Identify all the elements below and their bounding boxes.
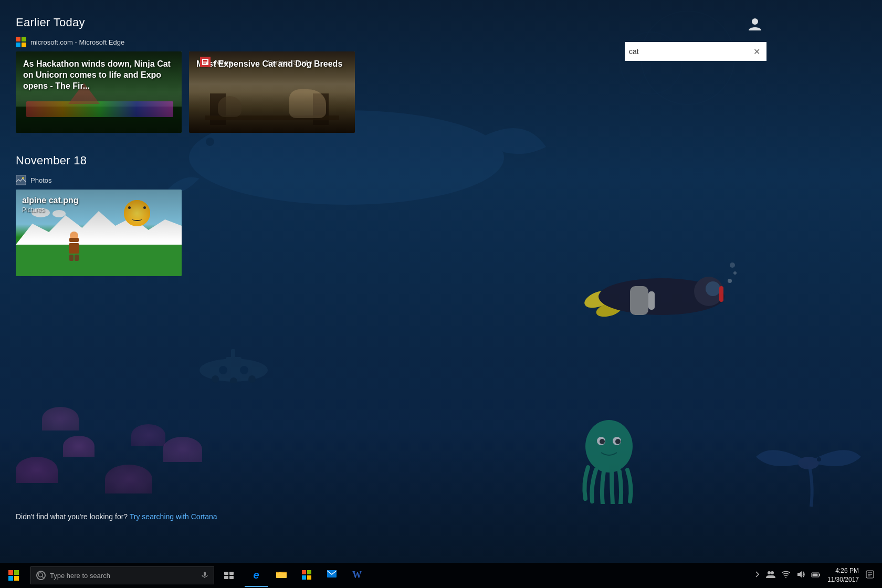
tray-sound-icon[interactable]: [795, 570, 806, 581]
mail-icon: [327, 570, 337, 581]
edge-icon: e: [253, 569, 259, 581]
edge-source-row: microsoft.com - Microsoft Edge: [16, 37, 373, 47]
microphone-icon[interactable]: [201, 571, 208, 580]
cortana-search-link[interactable]: Try searching with Cortana: [130, 512, 217, 521]
clock-time: 4:26 PM: [835, 566, 859, 575]
svg-rect-39: [224, 572, 228, 575]
timeline-panel: Earlier Today microsoft.com - Microsoft …: [0, 0, 388, 563]
svg-rect-42: [229, 576, 234, 579]
edge-source-label: microsoft.com - Microsoft Edge: [30, 38, 124, 46]
svg-point-25: [615, 439, 621, 444]
svg-point-26: [798, 457, 819, 469]
deco-circle-3: [635, 42, 766, 173]
word-icon: W: [352, 570, 362, 581]
clock-date: 11/30/2017: [827, 575, 859, 584]
svg-point-11: [733, 271, 737, 275]
taskbar-app-edge[interactable]: e: [245, 564, 268, 587]
svg-point-6: [706, 281, 720, 296]
photos-source-row: Photos: [16, 175, 373, 185]
system-clock[interactable]: 4:26 PM 11/30/2017: [825, 566, 861, 584]
svg-point-28: [752, 18, 758, 25]
system-tray: 4:26 PM 11/30/2017: [753, 566, 882, 584]
svg-rect-49: [812, 574, 817, 576]
octopus-illustration: [572, 415, 646, 504]
tray-notification-icon[interactable]: [864, 570, 876, 581]
microsoft-logo-icon: [16, 37, 26, 47]
svg-rect-33: [203, 61, 207, 62]
svg-rect-7: [630, 286, 648, 315]
store-icon: [302, 570, 311, 580]
svg-rect-8: [648, 291, 655, 310]
photo-overlay: alpine cat.png Pictures: [16, 190, 182, 276]
search-box-top[interactable]: ✕: [625, 42, 766, 61]
svg-point-10: [728, 279, 732, 283]
svg-rect-37: [204, 572, 206, 576]
photos-app-icon: [16, 175, 26, 185]
taskbar-search-placeholder: Type here to search: [50, 572, 110, 580]
november18-title: November 18: [16, 154, 373, 167]
stingray-illustration: [751, 430, 866, 509]
svg-point-27: [817, 457, 821, 461]
not-found-text: Didn't find what you're looking for?: [16, 512, 128, 521]
svg-point-45: [768, 571, 771, 574]
taskbar-apps: e: [245, 564, 369, 587]
cards-row: As Hackathon winds down, Ninja Cat on Un…: [16, 51, 373, 133]
svg-rect-41: [224, 576, 228, 579]
earlier-today-section: Earlier Today microsoft.com - Microsoft …: [16, 16, 373, 133]
svg-rect-44: [327, 570, 337, 578]
tray-chevron-icon[interactable]: [753, 571, 761, 580]
svg-point-21: [585, 420, 633, 472]
svg-rect-32: [203, 60, 207, 61]
svg-rect-50: [819, 574, 820, 576]
svg-rect-9: [719, 286, 723, 302]
taskbar-app-explorer[interactable]: [270, 564, 293, 587]
november18-section: November 18 Photos: [16, 154, 373, 276]
taskbar-app-word[interactable]: W: [345, 564, 369, 587]
photo-path: Pictures: [22, 206, 175, 214]
diver-illustration: [583, 257, 803, 331]
edge-card[interactable]: As Hackathon winds down, Ninja Cat on Un…: [16, 51, 182, 133]
edge-card-overlay: As Hackathon winds down, Ninja Cat on Un…: [16, 51, 182, 133]
not-found-row: Didn't find what you're looking for? Try…: [16, 512, 217, 521]
svg-point-30: [22, 177, 24, 179]
taskbar: Type here to search e: [0, 563, 882, 588]
svg-rect-34: [203, 63, 206, 64]
tray-battery-icon[interactable]: [810, 571, 822, 580]
svg-point-46: [771, 571, 774, 574]
explorer-icon: [276, 569, 287, 581]
tray-network-icon[interactable]: [780, 570, 792, 581]
photo-card[interactable]: alpine cat.png Pictures: [16, 190, 182, 276]
svg-line-36: [42, 576, 44, 578]
svg-marker-47: [797, 571, 802, 578]
taskbar-app-mail[interactable]: [320, 564, 343, 587]
earlier-today-title: Earlier Today: [16, 16, 373, 29]
svg-point-12: [730, 262, 735, 268]
tray-people-icon[interactable]: [764, 570, 777, 581]
svg-rect-40: [229, 572, 234, 575]
task-view-button[interactable]: [217, 564, 240, 587]
svg-point-35: [38, 573, 43, 577]
windows-logo-icon: [8, 570, 19, 581]
taskbar-app-store[interactable]: [295, 564, 318, 587]
search-circle-icon: [36, 571, 46, 580]
search-clear-button[interactable]: ✕: [751, 46, 762, 58]
photos-source-label: Photos: [30, 176, 51, 184]
news-source-extra: Surface Studio: [268, 58, 312, 66]
edge-card-title: As Hackathon winds down, Ninja Cat on Un…: [23, 59, 174, 91]
news-app-icon: [200, 57, 211, 67]
user-profile-icon[interactable]: [748, 17, 762, 35]
search-input-top[interactable]: [629, 47, 751, 56]
taskbar-search[interactable]: Type here to search: [30, 566, 214, 584]
news-source-header-row: News Surface Studio: [200, 57, 312, 67]
news-source-label: News: [215, 58, 232, 66]
photo-filename: alpine cat.png: [22, 196, 175, 205]
svg-point-24: [600, 439, 605, 444]
start-button[interactable]: [0, 563, 27, 588]
